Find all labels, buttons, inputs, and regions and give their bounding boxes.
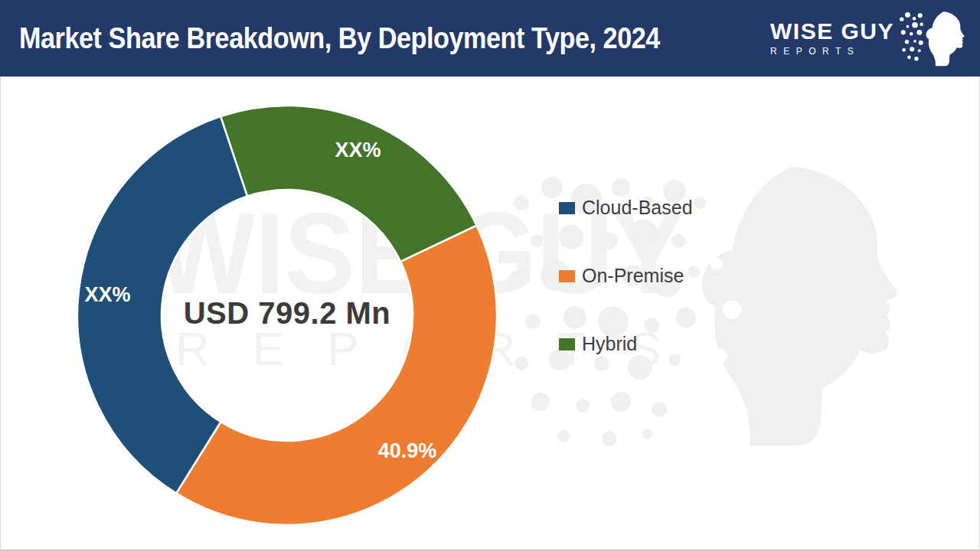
- donut-segment-hybrid: [220, 106, 477, 262]
- brand-name: WISE GUY: [770, 20, 894, 43]
- legend-label: Cloud-Based: [582, 196, 693, 219]
- legend-swatch-on-premise: [559, 270, 575, 282]
- page-title: Market Share Breakdown, By Deployment Ty…: [19, 22, 660, 55]
- legend-item-hybrid: Hybrid: [559, 332, 693, 355]
- header-bar: Market Share Breakdown, By Deployment Ty…: [0, 0, 980, 77]
- donut-segment-on-premise: [176, 226, 497, 525]
- legend-swatch-hybrid: [559, 338, 575, 350]
- brand-logo: WISE GUY REPORTS: [770, 8, 966, 68]
- legend-swatch-cloud-based: [559, 202, 575, 214]
- chart-legend: Cloud-Based On-Premise Hybrid: [559, 196, 693, 355]
- legend-item-cloud-based: Cloud-Based: [559, 196, 693, 219]
- brand-subname: REPORTS: [770, 46, 860, 57]
- donut-chart: XX%40.9%XX%: [1, 77, 980, 551]
- legend-item-on-premise: On-Premise: [559, 264, 693, 287]
- segment-label-on-premise: 40.9%: [378, 439, 437, 462]
- legend-label: On-Premise: [582, 264, 684, 287]
- chart-canvas: WISE GUY REPORTS XX%40.9%XX% USD 799.2 M…: [0, 77, 980, 551]
- brand-face-icon: [899, 8, 966, 68]
- segment-label-hybrid: XX%: [335, 139, 381, 161]
- legend-label: Hybrid: [582, 332, 637, 355]
- brand-logo-text: WISE GUY REPORTS: [770, 20, 894, 57]
- segment-label-cloud-based: XX%: [85, 283, 131, 306]
- chart-center-value: USD 799.2 Mn: [184, 296, 391, 331]
